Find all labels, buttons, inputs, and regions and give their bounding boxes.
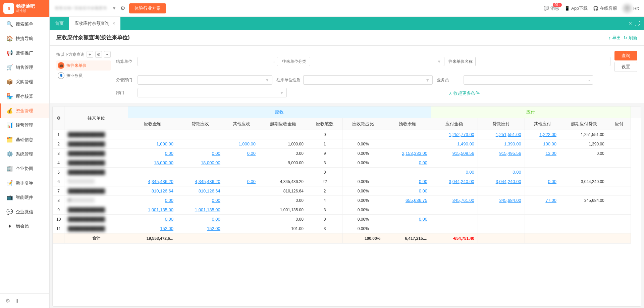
receivable-payable-table: ⚙ 往来单位 应收 应付 应收金额	[53, 106, 641, 244]
sidebar-item-finance[interactable]: 💰 资金管理	[0, 103, 49, 118]
table-row: 7████████████810,126.64810,126.64810,126…	[53, 186, 641, 196]
tab-receivable[interactable]: 应收应付余额查询 ×	[69, 17, 120, 30]
sidebar-item-enterprise[interactable]: 🏢 企业协同	[0, 161, 49, 176]
partner-nature-select[interactable]: ▼	[303, 75, 433, 85]
hardware-icon: 📺	[6, 194, 13, 201]
partner-name-input[interactable]	[475, 57, 610, 66]
query-button[interactable]: 查询	[614, 51, 637, 60]
dept-label: 部门	[116, 90, 135, 96]
sidebar-item-label: 企业协同	[16, 166, 33, 172]
sales-icon: 🛒	[6, 64, 13, 71]
partner-category-arrow: ▼	[437, 59, 441, 64]
dept-arrow: ▼	[280, 90, 284, 95]
sidebar-item-hardware[interactable]: 📺 智能硬件	[0, 190, 49, 205]
sidebar-item-label: 快捷导航	[16, 36, 33, 42]
sidebar-item-system[interactable]: ⚙️ 系统管理	[0, 147, 49, 161]
sidebar-logo: 6 畅捷通吧 标准版	[0, 0, 49, 17]
table-row: 3████████████0.000.000.000.0090.00%2,153…	[53, 149, 641, 158]
settings-button[interactable]: 设置	[614, 62, 637, 72]
query-form: 按以下方案查询 + ⊙ « 💼 按往来单位 👤 按业务员	[50, 46, 644, 103]
partner-name-label: 往来单位名称	[448, 59, 473, 64]
filter-area: 结算单位 ··· 往来单位分类 ▼ 往来单位名称	[116, 51, 637, 97]
payable-suffix-header: 应付	[608, 118, 631, 130]
other-receivable-header: 其他应收	[224, 118, 259, 130]
collapse-sidebar-icon[interactable]: ⏸	[14, 298, 19, 304]
settings-header[interactable]: ⚙	[53, 106, 64, 130]
partner-category-select[interactable]: ▼	[309, 57, 444, 66]
partner-category-label: 往来单位分类	[282, 59, 306, 64]
page-title: 应收应付余额查询(按往来单位)	[56, 34, 130, 41]
table-header-row-2: 应收金额 贷款应收 其他应收 超期应收金额 应收笔数 应收款占比 预收余额 应付…	[53, 118, 641, 130]
export-button[interactable]: ↑ 导出	[609, 35, 621, 41]
settlement-unit-label: 结算单位	[116, 59, 135, 64]
app-download-button[interactable]: 📱 App下载	[565, 5, 588, 11]
collapse-query-icon[interactable]: «	[104, 51, 111, 58]
online-service-button[interactable]: 🎧 在线客服	[593, 5, 617, 11]
collapse-conditions-button[interactable]: ∧ 收起更多条件	[449, 90, 480, 96]
settings-bottom-icon[interactable]: ⚙	[5, 298, 10, 304]
breadcrumb: 财务出纳 / 应收应付余额查询	[55, 5, 107, 11]
logo-icon: 6	[3, 3, 14, 14]
table-header-row-1: ⚙ 往来单位 应收 应付	[53, 106, 641, 118]
footer-label: 合计	[64, 233, 128, 244]
sidebar-item-sales[interactable]: 🛒 销售管理	[0, 60, 49, 75]
salesperson-label: 业务员	[437, 77, 461, 83]
sidebar-item-inventory[interactable]: 🏪 库存核算	[0, 89, 49, 103]
salesperson-nav-icon: 👤	[58, 72, 64, 79]
sidebar-item-label: 销售管理	[16, 64, 33, 71]
sidebar-item-basicinfo[interactable]: 🗂️ 基础信息	[0, 132, 49, 147]
nav-item-partner[interactable]: 💼 按往来单位	[56, 60, 111, 71]
sidebar-item-label: 采购管理	[16, 79, 33, 85]
sidebar-item-operation[interactable]: 📊 经营管理	[0, 118, 49, 132]
system-icon: ⚙️	[6, 151, 13, 157]
user-profile[interactable]: R Rit	[623, 4, 639, 13]
sidebar-item-label: 基础信息	[16, 137, 33, 143]
sidebar-item-quicknav[interactable]: 🏠 快捷导航	[0, 31, 49, 46]
dept-select[interactable]: ▼	[138, 88, 287, 97]
purchase-icon: 📦	[6, 79, 13, 85]
nav-item-salesperson[interactable]: 👤 按业务员	[56, 71, 111, 81]
trial-button[interactable]: 体验行业方案	[129, 3, 166, 13]
partner-header: 往来单位	[64, 106, 128, 130]
sidebar-item-search[interactable]: 🔍 搜索菜单	[0, 17, 49, 31]
table-row: 9████████████1,001,135.001,001,135.001,0…	[53, 205, 641, 215]
messages-icon: 💬	[544, 6, 549, 11]
search-icon: 🔍	[6, 21, 13, 27]
footer-receivable-total: 19,553,472,6...	[128, 233, 177, 244]
refresh-button[interactable]: ↻ 刷新	[624, 35, 637, 41]
receivable-amount-header: 应收金额	[128, 118, 177, 130]
sidebar-item-vip[interactable]: ♦ 畅会员	[0, 219, 49, 233]
gear-icon[interactable]: ⚙	[120, 5, 125, 11]
sidebar-item-wechat[interactable]: 💬 企业微信	[0, 205, 49, 219]
sidebar-item-label: 营销推广	[16, 50, 33, 56]
table-row: 4████████████18,000.0018,000.009,000.003…	[53, 158, 641, 168]
tab-home[interactable]: 首页	[50, 17, 69, 30]
dept-incharge-select[interactable]: ▼	[138, 75, 272, 85]
add-query-icon[interactable]: +	[87, 51, 93, 58]
settings-query-icon[interactable]: ⊙	[95, 51, 102, 58]
sidebar-item-label: 畅会员	[16, 223, 29, 229]
dept-incharge-label: 分管部门	[116, 77, 135, 83]
topbar: 财务出纳 / 应收应付余额查询 ▼ ⚙ 体验行业方案 💬 消息 99+ 📱 Ap…	[50, 0, 644, 17]
avatar: R	[623, 4, 632, 13]
sidebar-item-guide[interactable]: 📝 新手引导	[0, 176, 49, 190]
logo-name: 畅捷通吧	[16, 3, 35, 9]
topbar-right: 💬 消息 99+ 📱 App下载 🎧 在线客服 R Rit	[544, 4, 639, 13]
main-content: 首页 应收应付余额查询 × × ⛶ 应收应付余额查询(按往来单位) ↑ 导出 ↻…	[50, 17, 644, 308]
active-tab-label: 应收应付余额查询	[74, 20, 109, 27]
salesperson-input[interactable]: ···	[464, 75, 593, 85]
tab-close-icon[interactable]: ×	[113, 21, 115, 26]
salesperson-dots: ···	[586, 78, 590, 83]
receivable-ratio-header: 应收款占比	[342, 118, 384, 130]
tab-close-all-icon[interactable]: ×	[629, 20, 632, 27]
tabbar: 首页 应收应付余额查询 × × ⛶	[50, 17, 644, 30]
sidebar-item-purchase[interactable]: 📦 采购管理	[0, 75, 49, 89]
sidebar: 6 畅捷通吧 标准版 🔍 搜索菜单 🏠 快捷导航 📢 营销推广 🛒 销售管理 📦…	[0, 0, 50, 308]
page-header: 应收应付余额查询(按往来单位) ↑ 导出 ↻ 刷新	[50, 30, 644, 46]
messages-button[interactable]: 💬 消息 99+	[544, 5, 559, 11]
settlement-unit-input[interactable]: ···	[138, 57, 278, 66]
home-icon: 🏠	[6, 35, 13, 42]
username: Rit	[633, 6, 639, 11]
sidebar-item-marketing[interactable]: 📢 营销推广	[0, 46, 49, 60]
fullscreen-icon[interactable]: ⛶	[635, 20, 640, 27]
